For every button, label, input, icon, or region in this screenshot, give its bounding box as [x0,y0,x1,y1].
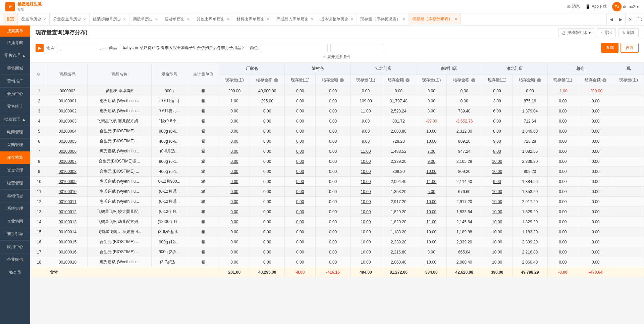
cell-f-amt: 0.00 [250,207,285,217]
info-icon-f[interactable]: i [274,78,278,82]
table-row: 10 00100009 惠氏启赋 (Wyeth illu... 6-12月900… [31,177,644,187]
nav-next-arrow[interactable]: ▶ [616,13,625,26]
info-icon-jb[interactable]: i [406,78,410,82]
sidebar-item-ecommerce[interactable]: 电商管理 [0,126,30,139]
cell-jb-qty: 10.00 [351,217,381,227]
product-input[interactable] [120,44,247,52]
cell-na-qty: 3.00 [416,106,447,116]
cell-code: 00100007 [48,156,87,167]
cell-l-qty: 0.00 [285,207,315,217]
sidebar-item-enterprise[interactable]: 企业协同 [0,215,30,228]
cell-t-amt: 0.00 [578,116,613,126]
sidebar-item-purchase[interactable]: 采购管理 [0,139,30,151]
color-select-input[interactable] [330,44,384,52]
sidebar-item-operation[interactable]: 经营管理 [0,177,30,190]
sidebar-item-member2[interactable]: 畅会员 [0,266,30,279]
tab-kucun-status[interactable]: 现存量（库存状况表） ✕ [357,13,409,26]
sidebar-item-app-center[interactable]: 应用中心 [0,241,30,253]
info-icon-l[interactable]: i [340,78,344,82]
cell-f-amt: 0.00 [250,136,285,146]
tab-yaohuo[interactable]: 要货单历史 ✕ [161,13,193,26]
table-container[interactable]: ⚙ 商品编码 商品名称 规格型号 主计量单位 厂家仓 陆村仓 江北门店 南岸门店… [30,63,644,318]
cell-jb-amt: 1,353.20 [381,187,416,197]
info-icon-yb[interactable]: i [537,78,541,82]
sidebar-quick-nav[interactable]: 快捷导航 [0,37,30,49]
cell-yb-qty: 8.00 [482,116,512,126]
sidebar-item-wholesale[interactable]: 批发管理 ▲ [0,113,30,126]
cell-f-qty: 0.00 [219,177,250,187]
sidebar-item-finance[interactable]: 资金管理 [0,164,30,177]
sidebar-item-member[interactable]: 会员中心 [0,88,30,100]
tab-pandian[interactable]: 盘点单历史 ✕ [18,13,50,26]
export-btn[interactable]: ↑ 导出 [597,28,616,37]
tab-chengpin[interactable]: 产成品入库单历史 ✕ [273,13,317,26]
gear-icon[interactable]: ⚙ [37,72,42,77]
tab-fenpan[interactable]: 分量盘点单历史 ✕ [50,13,90,26]
cell-f-amt: 0.00 [250,227,285,237]
cell-l-amt: 0.00 [315,217,350,227]
cell-yb-qty: 9.00 [482,177,512,187]
tab-home[interactable]: 首页 [3,13,18,26]
cell-l-amt: 0.00 [315,177,350,187]
cell-na-amt: 2,114.40 [447,177,482,187]
tab-cailiao[interactable]: 材料出库单历史 ✕ [233,13,273,26]
cell-unit: 箱 [187,207,219,217]
cell-name: 惠氏启赋 (Wyeth illu... [87,257,151,267]
sidebar-item-inventory[interactable]: 库存核算 [0,151,30,164]
refresh-btn[interactable]: ↻ 刷新 [619,28,639,37]
sidebar-item-marketing[interactable]: 营销推广 [0,75,30,88]
tab-diaobo[interactable]: 调拨单历史 ✕ [129,13,161,26]
message-btn[interactable]: ✉ 消息 [567,4,580,9]
cell-name: 惠氏启赋 (Wyeth illu... [87,197,151,207]
user-menu[interactable]: Ea demo2 ▾ [612,2,639,11]
cell-code: 00100011 [48,197,87,207]
cell-yb-amt: 1,353.20 [513,187,547,197]
sidebar-item-system[interactable]: 系统管理 [0,202,30,215]
cell-code: 00100004 [48,126,87,136]
settings-button[interactable]: 设置 [621,43,639,53]
cell-unit: 箱 [187,146,219,156]
sidebar-item-wechat[interactable]: 企业微信 [0,253,30,266]
cell-name: 合生元 (BIOSTIME) ... [87,136,151,146]
tab-chengben[interactable]: 成本调整单历史 ✕ [317,13,357,26]
query-button[interactable]: 查询 [601,43,619,53]
cell-name: 惠氏启赋 (Wyeth illu... [87,187,151,197]
col-t-amt: 结存金额 i [578,75,613,86]
cell-no: 3 [31,106,48,116]
expand-btn[interactable]: ≡ 展开更多条件 [323,54,351,60]
sum-jb-qty: 494.00 [351,267,381,277]
cell-t-qty: 0.00 [547,126,578,136]
cell-l-qty: 0.00 [285,156,315,167]
col-yuebei-header: 渝北门店 [482,63,547,75]
sidebar-item-retail-mgmt[interactable]: 零售管理 ▲ [0,49,30,62]
sidebar-item-retail-mall[interactable]: 零售商城 [0,62,30,75]
cell-f-amt: 0.00 [250,146,285,156]
filter-toggle-btn[interactable]: ▶ [36,44,44,52]
sidebar-item-retail-stats[interactable]: 零售统计 [0,100,30,113]
cell-l-amt: 0.00 [315,106,350,116]
tab-kucun-dist[interactable]: 现存量（库存分布表） ✕ [409,13,461,26]
color-input[interactable] [261,44,328,52]
app-download-btn[interactable]: 📱 App下载 [585,4,607,9]
cell-yb-amt: 1,829.20 [513,217,547,227]
info-icon-na[interactable]: i [471,78,475,82]
info-icon-t[interactable]: i [602,78,606,82]
nav-expand-arrow[interactable]: ⛶ [635,13,644,26]
sidebar-item-guide[interactable]: 新手引导 [0,228,30,241]
cell-jb-qty: 0.00 [351,86,381,96]
sidebar-item-base-info[interactable]: 基础信息 [0,190,30,202]
tab-zuhe[interactable]: 组装拆卸单历史 ✕ [90,13,129,26]
cell-code: 00100012 [48,207,87,217]
tab-qitachuku[interactable]: 其他出库单历史 ✕ [193,13,233,26]
nav-close-arrow[interactable]: ✕ [625,13,635,26]
cell-na-qty: 10.00 [416,126,447,136]
cell-code: 00100009 [48,177,87,187]
expand-icon: ≡ [323,55,325,59]
cell-f-qty: 0.00 [219,156,250,167]
warehouse-input[interactable] [57,44,97,52]
page-title: 现存量查询(库存分布) [36,29,88,36]
sidebar-search[interactable]: 搜索英单 [0,26,30,37]
print-btn[interactable]: 🖨 按模版打印 ▾ [558,28,594,37]
nav-prev-arrow[interactable]: ◀ [606,13,616,26]
cell-jb-amt: 1,183.20 [381,227,416,237]
